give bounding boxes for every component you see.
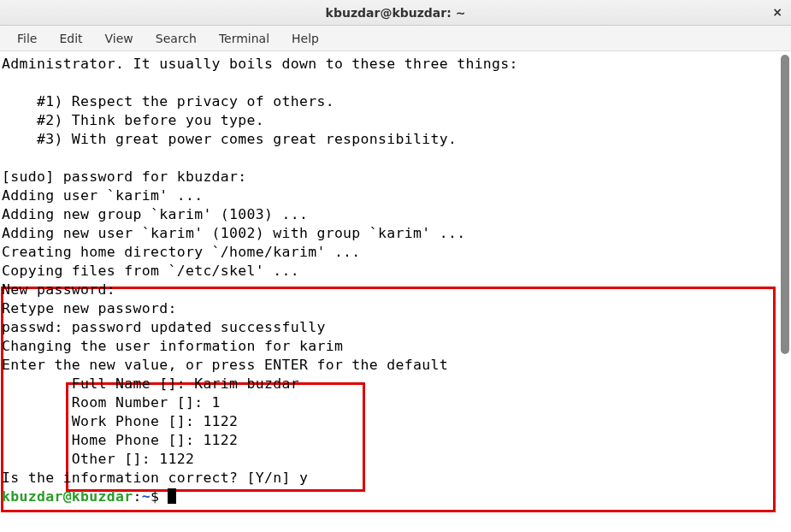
terminal-output: Administrator. It usually boils down to …: [0, 51, 791, 510]
menu-edit-label: Edit: [59, 32, 82, 45]
menu-view-label: View: [105, 32, 133, 45]
term-line: Home Phone []: 1122: [2, 432, 238, 448]
menubar: File Edit View Search Terminal Help: [0, 26, 791, 51]
menu-help-label: Help: [292, 32, 319, 45]
term-line: [sudo] password for kbuzdar:: [2, 168, 256, 185]
term-line: Room Number []: 1: [2, 394, 221, 411]
term-line: Creating home directory `/home/karim' ..…: [2, 244, 361, 260]
term-line: #1) Respect the privacy of others.: [2, 93, 334, 109]
menu-terminal[interactable]: Terminal: [210, 28, 278, 49]
term-line: New password:: [2, 281, 124, 298]
cursor: [168, 488, 176, 504]
prompt-dollar: $: [151, 488, 168, 505]
menu-search-label: Search: [156, 32, 197, 45]
menu-view[interactable]: View: [97, 28, 142, 49]
prompt-user-host: kbuzdar@kbuzdar: [2, 488, 133, 505]
terminal-container[interactable]: Administrator. It usually boils down to …: [0, 51, 791, 532]
term-line: Other []: 1122: [2, 451, 194, 467]
menu-search[interactable]: Search: [147, 28, 205, 49]
term-line: Adding new user `karim' (1002) with grou…: [2, 225, 465, 241]
term-line: Adding new group `karim' (1003) ...: [2, 206, 308, 222]
term-line: Administrator. It usually boils down to …: [2, 56, 518, 72]
term-line: Retype new password:: [2, 300, 186, 316]
term-line: #2) Think before you type.: [2, 112, 264, 128]
menu-terminal-label: Terminal: [219, 32, 269, 45]
term-line: passwd: password updated successfully: [2, 319, 326, 335]
titlebar: kbuzdar@kbuzdar: ~ ×: [0, 0, 791, 26]
term-line: Adding user `karim' ...: [2, 187, 203, 204]
menu-help[interactable]: Help: [283, 28, 328, 49]
term-line: #3) With great power comes great respons…: [2, 131, 457, 147]
menu-file-label: File: [17, 32, 37, 45]
term-line: Work Phone []: 1122: [2, 413, 238, 429]
prompt-path: ~: [142, 488, 151, 505]
term-line: Changing the user information for karim: [2, 338, 343, 354]
term-line: Full Name []: Karim buzdar: [2, 375, 299, 392]
term-line: Enter the new value, or press ENTER for …: [2, 357, 448, 373]
menu-file[interactable]: File: [9, 28, 45, 49]
term-line: Copying files from `/etc/skel' ...: [2, 263, 299, 279]
prompt-colon: :: [133, 488, 142, 505]
term-line: Is the information correct? [Y/n] y: [2, 470, 308, 486]
close-icon[interactable]: ×: [772, 5, 782, 19]
window-title: kbuzdar@kbuzdar: ~: [0, 6, 791, 20]
menu-edit[interactable]: Edit: [50, 28, 91, 49]
